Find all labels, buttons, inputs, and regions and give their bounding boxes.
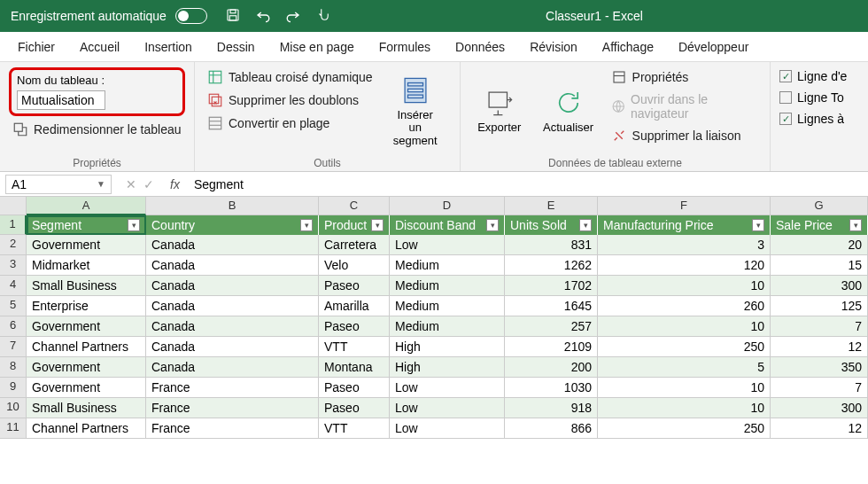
cell[interactable]: 12 xyxy=(771,337,868,357)
cell[interactable]: 125 xyxy=(771,296,868,316)
convert-range-button[interactable]: Convertir en plage xyxy=(204,113,376,133)
tab-insertion[interactable]: Insertion xyxy=(144,40,192,54)
cell[interactable]: 1645 xyxy=(505,296,598,316)
row-header-3[interactable]: 3 xyxy=(0,255,27,276)
table-name-input[interactable] xyxy=(17,90,105,110)
table-header-product[interactable]: Product▾ xyxy=(319,215,390,235)
cell[interactable]: Medium xyxy=(390,255,505,276)
cell[interactable]: 260 xyxy=(598,296,771,316)
cancel-icon[interactable]: ✕ xyxy=(126,177,136,191)
table-header-units[interactable]: Units Sold▾ xyxy=(505,215,598,235)
cell[interactable]: Paseo xyxy=(319,398,390,418)
cell[interactable]: Low xyxy=(390,378,505,398)
cell[interactable]: 1262 xyxy=(505,255,598,276)
row-header-8[interactable]: 8 xyxy=(0,357,27,378)
filter-icon[interactable]: ▾ xyxy=(128,219,140,231)
tab-dessin[interactable]: Dessin xyxy=(217,40,255,54)
autosave-toggle[interactable]: Enregistrement automatique xyxy=(11,8,207,24)
cell[interactable]: France xyxy=(146,418,319,439)
tab-formules[interactable]: Formules xyxy=(379,40,430,54)
cell[interactable]: Paseo xyxy=(319,276,390,296)
refresh-button[interactable]: Actualiser xyxy=(537,67,601,155)
fx-icon[interactable]: fx xyxy=(163,177,187,191)
cell[interactable]: Enterprise xyxy=(27,296,146,316)
cell[interactable]: 257 xyxy=(505,316,598,337)
insert-slicer-button[interactable]: Insérer un segment xyxy=(384,67,447,155)
cell[interactable]: 10 xyxy=(598,316,771,337)
table-header-segment[interactable]: Segment▾ xyxy=(27,215,146,235)
row-header-5[interactable]: 5 xyxy=(0,296,27,316)
cell[interactable]: Channel Partners xyxy=(27,418,146,439)
cell[interactable]: Small Business xyxy=(27,276,146,296)
cell[interactable]: 350 xyxy=(771,357,868,378)
cell[interactable]: Canada xyxy=(146,296,319,316)
cell[interactable]: Government xyxy=(27,316,146,337)
cell[interactable]: 250 xyxy=(598,337,771,357)
col-header-E[interactable]: E xyxy=(505,197,598,215)
col-header-A[interactable]: A xyxy=(27,197,146,215)
cell[interactable]: Low xyxy=(390,398,505,418)
col-header-D[interactable]: D xyxy=(390,197,505,215)
cell[interactable]: 10 xyxy=(598,276,771,296)
cell[interactable]: 2109 xyxy=(505,337,598,357)
touch-mode-icon[interactable] xyxy=(315,7,331,26)
cell[interactable]: Government xyxy=(27,357,146,378)
cell[interactable]: Paseo xyxy=(319,378,390,398)
cell[interactable]: Canada xyxy=(146,235,319,255)
cell[interactable]: Montana xyxy=(319,357,390,378)
select-all-corner[interactable] xyxy=(0,197,27,215)
unlink-button[interactable]: Supprimer la liaison xyxy=(608,126,761,145)
header-row-checkbox[interactable]: Ligne d'e xyxy=(779,67,847,85)
filter-icon[interactable]: ▾ xyxy=(579,219,592,231)
table-header-sale-price[interactable]: Sale Price▾ xyxy=(771,215,868,235)
cell[interactable]: 300 xyxy=(771,276,868,296)
cell[interactable]: Canada xyxy=(146,357,319,378)
row-header-6[interactable]: 6 xyxy=(0,316,27,337)
filter-icon[interactable]: ▾ xyxy=(752,219,764,231)
cell[interactable]: 120 xyxy=(598,255,771,276)
filter-icon[interactable]: ▾ xyxy=(849,219,862,231)
cell[interactable]: 1030 xyxy=(505,378,598,398)
cell[interactable]: Amarilla xyxy=(319,296,390,316)
filter-icon[interactable]: ▾ xyxy=(371,219,384,231)
filter-icon[interactable]: ▾ xyxy=(300,219,313,231)
formula-input[interactable]: Segment xyxy=(187,177,868,191)
redo-icon[interactable] xyxy=(285,7,301,26)
cell[interactable]: Medium xyxy=(390,296,505,316)
cell[interactable]: Government xyxy=(27,378,146,398)
save-icon[interactable] xyxy=(225,7,241,26)
cell[interactable]: 15 xyxy=(771,255,868,276)
cell[interactable]: Canada xyxy=(146,276,319,296)
cell[interactable]: Velo xyxy=(319,255,390,276)
cell[interactable]: Paseo xyxy=(319,316,390,337)
export-button[interactable]: Exporter xyxy=(469,67,530,155)
remove-duplicates-button[interactable]: Supprimer les doublons xyxy=(204,90,376,110)
tab-mise-en-page[interactable]: Mise en page xyxy=(280,40,354,54)
col-header-G[interactable]: G xyxy=(771,197,868,215)
ext-properties-button[interactable]: Propriétés xyxy=(608,67,761,87)
cell[interactable]: 12 xyxy=(771,418,868,439)
table-header-discount[interactable]: Discount Band▾ xyxy=(390,215,505,235)
cell[interactable]: 831 xyxy=(505,235,598,255)
cell[interactable]: 10 xyxy=(598,398,771,418)
row-header-11[interactable]: 11 xyxy=(0,418,27,439)
table-header-country[interactable]: Country▾ xyxy=(146,215,319,235)
tab-revision[interactable]: Révision xyxy=(530,40,577,54)
cell[interactable]: Canada xyxy=(146,255,319,276)
tab-accueil[interactable]: Accueil xyxy=(80,40,120,54)
col-header-B[interactable]: B xyxy=(146,197,319,215)
cell[interactable]: Canada xyxy=(146,316,319,337)
cell[interactable]: 300 xyxy=(771,398,868,418)
cell[interactable]: Low xyxy=(390,235,505,255)
cell[interactable]: Canada xyxy=(146,337,319,357)
cell[interactable]: Small Business xyxy=(27,398,146,418)
tab-affichage[interactable]: Affichage xyxy=(602,40,654,54)
row-header-2[interactable]: 2 xyxy=(0,235,27,255)
cell[interactable]: 10 xyxy=(598,378,771,398)
cell[interactable]: 20 xyxy=(771,235,868,255)
table-header-mfg-price[interactable]: Manufacturing Price▾ xyxy=(598,215,771,235)
cell[interactable]: High xyxy=(390,357,505,378)
resize-table-button[interactable]: Redimensionner le tableau xyxy=(9,120,185,139)
cell[interactable]: 200 xyxy=(505,357,598,378)
cell[interactable]: 7 xyxy=(771,378,868,398)
